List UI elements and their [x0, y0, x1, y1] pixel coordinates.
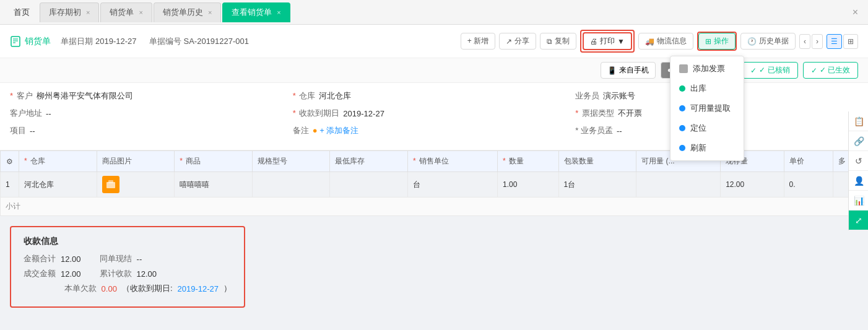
table-row: 1 河北仓库 嘻嘻嘻嘻 台 1.00 1台 12.00 — [1, 172, 868, 198]
right-icon-chart[interactable]: 📊 — [849, 191, 868, 211]
doc-number-field: 单据编号 SA-20191227-001 — [149, 36, 250, 47]
col-gear: ⚙ — [1, 151, 19, 172]
clipboard-icon: 📋 — [854, 116, 864, 126]
col-qty: * 数量 — [498, 151, 559, 172]
address-label: 客户地址 — [10, 108, 42, 119]
tab-sales-history-close[interactable]: × — [208, 9, 212, 16]
add-button[interactable]: + 新增 — [461, 33, 495, 50]
tab-sales-order[interactable]: 销货单 × — [100, 2, 152, 22]
logistics-label: 物流信息 — [657, 36, 687, 46]
out-stock-label: 出库 — [690, 83, 706, 94]
out-stock-icon — [679, 85, 685, 92]
print-button[interactable]: 🖨 打印 ▼ — [583, 32, 632, 50]
same-order-item: 同单现结 -- — [100, 253, 142, 264]
view-toggle: ☰ ⊞ — [827, 34, 858, 49]
payment-date-field: * 收款到期日 2019-12-27 — [293, 108, 576, 119]
col-min-stock: 最低库存 — [330, 151, 408, 172]
doc-number-label: 单据编号 — [149, 36, 181, 47]
tab-sales-history-label: 销货单历史 — [163, 7, 203, 18]
right-icon-undo[interactable]: ↺ — [849, 151, 868, 171]
balance-label: 本单欠款 — [64, 283, 97, 294]
right-icon-expand[interactable]: ⤢ — [849, 211, 868, 230]
print-dropdown-arrow: ▼ — [617, 37, 625, 46]
next-button[interactable]: › — [812, 34, 823, 49]
doc-date-field: 单据日期 2019-12-27 — [61, 36, 137, 47]
svg-rect-0 — [11, 37, 20, 46]
copy-button[interactable]: ⧉ 复制 — [540, 33, 576, 50]
balance-suffix: （收款到期日: — [122, 283, 173, 294]
already-effect-button[interactable]: ✓ ✓ 已生效 — [803, 62, 858, 79]
staff-value: 演示账号 — [603, 90, 635, 102]
add-note-button[interactable]: ● + 添加备注 — [313, 125, 359, 136]
tab-sales-order-close[interactable]: × — [139, 9, 142, 16]
address-field: 客户地址 -- — [10, 108, 293, 119]
dropdown-out-stock[interactable]: 出库 — [671, 79, 744, 98]
location-icon — [679, 125, 685, 131]
staff2-label: * 业务员孟 — [575, 125, 613, 136]
tab-view-sales[interactable]: 查看销货单 × — [222, 2, 290, 22]
row-product: 嘻嘻嘻嘻 — [175, 172, 253, 198]
right-icon-link[interactable]: 🔗 — [849, 131, 868, 151]
cumulative-payment-item: 累计收款 12.00 — [100, 268, 157, 279]
row-num: 1 — [1, 172, 19, 198]
window-close-button[interactable]: × — [848, 7, 863, 18]
add-note-icon: ● — [313, 126, 318, 135]
right-icon-user[interactable]: 👤 — [849, 171, 868, 191]
same-order-label: 同单现结 — [100, 253, 132, 264]
share-label: 分享 — [514, 36, 529, 46]
payment-info-title: 收款信息 — [24, 236, 232, 247]
copy-icon: ⧉ — [547, 37, 552, 46]
already-cancel-button[interactable]: ✓ ✓ 已核销 — [742, 62, 797, 79]
row-unit: 台 — [408, 172, 498, 198]
ticket-type-value: 不开票 — [618, 108, 642, 119]
col-warehouse: * 仓库 — [19, 151, 97, 172]
logistics-button[interactable]: 🚚 物流信息 — [638, 33, 693, 50]
print-icon: 🖨 — [590, 37, 597, 46]
phone-icon: 📱 — [607, 66, 617, 75]
expand-icon: ⤢ — [855, 215, 862, 225]
tab-view-sales-close[interactable]: × — [277, 9, 280, 16]
dropdown-location[interactable]: 定位 — [671, 118, 744, 138]
view-list-button[interactable]: ☰ — [827, 34, 842, 49]
ticket-type-label: * 票据类型 — [575, 108, 614, 119]
project-label: 项目 — [10, 125, 26, 136]
tab-inventory-init[interactable]: 库存期初 × — [40, 2, 99, 22]
subtotal-label: 小计 — [1, 198, 868, 216]
tab-home[interactable]: 首页 — [5, 2, 38, 22]
history-button[interactable]: 🕐 历史单据 — [740, 33, 796, 50]
balance-date: 2019-12-27 — [178, 284, 219, 293]
payment-date-label: * 收款到期日 — [293, 108, 340, 119]
prev-button[interactable]: ‹ — [799, 34, 810, 49]
tab-view-sales-label: 查看销货单 — [232, 7, 272, 18]
col-pack-qty: 包装数量 — [558, 151, 636, 172]
link-icon: 🔗 — [854, 136, 864, 146]
deal-amount-label: 成交金额 — [24, 268, 56, 279]
total-amount-item: 金额合计 12.00 — [24, 253, 81, 264]
dropdown-available-pickup[interactable]: 可用量提取 — [671, 98, 744, 118]
view-grid-button[interactable]: ⊞ — [843, 34, 858, 49]
right-icons-panel: 📋 🔗 ↺ 👤 📊 ⤢ — [848, 111, 868, 230]
staff2-value: -- — [617, 126, 622, 136]
row-pack-qty: 1台 — [558, 172, 636, 198]
right-icon-clipboard[interactable]: 📋 — [849, 111, 868, 131]
dropdown-refresh[interactable]: 刷新 — [671, 138, 744, 158]
payment-row-3: 本单欠款 0.00 （收款到期日: 2019-12-27 ） — [24, 283, 232, 294]
tab-inventory-init-close[interactable]: × — [86, 9, 90, 16]
from-phone-button[interactable]: 📱 来自手机 — [601, 62, 656, 79]
row-product-img — [97, 172, 175, 198]
doc-number-value: SA-20191227-001 — [184, 37, 250, 46]
share-button[interactable]: ↗ 分享 — [499, 33, 536, 50]
dropdown-add-invoice[interactable]: 添加发票 — [671, 59, 744, 79]
customer-label: * 客户 — [10, 90, 33, 102]
check-cancel-icon: ✓ — [750, 66, 757, 75]
add-invoice-label: 添加发票 — [693, 63, 725, 74]
nav-arrows: ‹ › — [799, 34, 823, 49]
row-price: 0. — [784, 172, 833, 198]
tab-sales-history[interactable]: 销货单历史 × — [154, 2, 221, 22]
ops-button[interactable]: ⊞ 操作 — [698, 33, 736, 50]
note-label: 备注 — [293, 125, 309, 136]
ops-dropdown-menu: 添加发票 出库 可用量提取 定位 刷新 — [670, 56, 744, 161]
doc-date-value: 2019-12-27 — [95, 37, 137, 46]
logistics-icon: 🚚 — [645, 37, 654, 46]
copy-label: 复制 — [555, 36, 570, 46]
